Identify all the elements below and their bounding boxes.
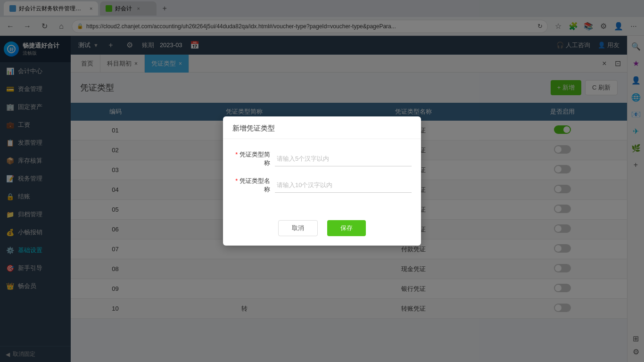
modal-title: 新增凭证类型 [232, 124, 275, 132]
short-name-label: * 凭证类型简称 [232, 150, 275, 167]
modal-body: * 凭证类型简称 * 凭证类型名称 [223, 139, 421, 214]
cancel-button[interactable]: 取消 [278, 220, 318, 236]
required-star1: * [235, 151, 238, 158]
modal-header: 新增凭证类型 [223, 116, 421, 139]
short-name-row: * 凭证类型简称 [232, 150, 412, 167]
full-name-input[interactable] [275, 178, 412, 193]
save-button[interactable]: 保存 [327, 220, 366, 236]
full-name-label: * 凭证类型名称 [232, 177, 275, 194]
short-name-input[interactable] [275, 151, 412, 166]
required-star2: * [235, 177, 238, 184]
add-voucher-modal: 新增凭证类型 * 凭证类型简称 * 凭证类型名称 取消 保存 [223, 116, 421, 246]
full-name-row: * 凭证类型名称 [232, 177, 412, 194]
modal-overlay: 新增凭证类型 * 凭证类型简称 * 凭证类型名称 取消 保存 [0, 0, 644, 362]
modal-footer: 取消 保存 [223, 214, 421, 246]
